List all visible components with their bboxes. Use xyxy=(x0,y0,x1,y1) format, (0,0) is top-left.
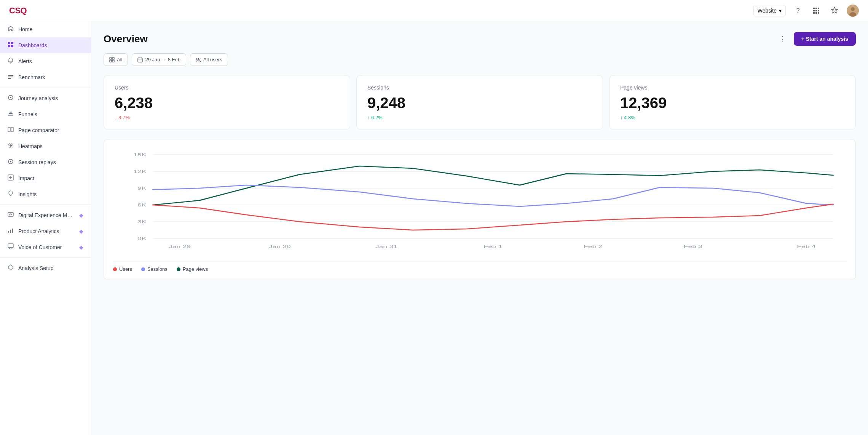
svg-rect-0 xyxy=(813,8,815,9)
svg-rect-25 xyxy=(11,127,13,132)
extension-icon[interactable] xyxy=(828,5,841,17)
svg-point-10 xyxy=(851,7,855,11)
sidebar-item-home[interactable]: Home xyxy=(0,21,91,37)
sidebar-item-heatmaps[interactable]: Heatmaps xyxy=(0,138,91,154)
svg-rect-17 xyxy=(8,77,13,77)
legend-dot-pageviews xyxy=(177,267,180,271)
svg-rect-15 xyxy=(11,45,13,47)
logo-text: CSQ xyxy=(9,6,27,16)
metric-card-sessions: Sessions 9,248 ↑ 6.2% xyxy=(356,75,603,130)
svg-rect-4 xyxy=(815,10,817,11)
metric-cards: Users 6,238 ↓ 3.7% Sessions 9,248 ↑ 6.2%… xyxy=(104,75,856,130)
avatar[interactable] xyxy=(847,5,859,17)
legend-pageviews: Page views xyxy=(177,266,208,272)
metric-label-users: Users xyxy=(115,85,339,91)
svg-text:Feb 2: Feb 2 xyxy=(584,244,602,249)
help-icon[interactable]: ? xyxy=(792,5,804,17)
website-selector[interactable]: Website ▾ xyxy=(753,5,786,16)
website-label: Website xyxy=(758,8,777,14)
start-analysis-button[interactable]: + Start an analysis xyxy=(794,32,856,46)
svg-text:Feb 4: Feb 4 xyxy=(797,244,816,249)
sidebar-label-heatmaps: Heatmaps xyxy=(18,143,43,149)
svg-text:Jan 29: Jan 29 xyxy=(169,244,191,249)
filter-users[interactable]: All users xyxy=(190,53,228,66)
sidebar-label-home: Home xyxy=(18,26,32,32)
sidebar-item-analysis-setup[interactable]: Analysis Setup xyxy=(0,260,91,276)
svg-rect-31 xyxy=(8,231,9,233)
sidebar-label-product-analytics: Product Analytics xyxy=(18,228,75,234)
sidebar-label-journey: Journey analysis xyxy=(18,95,58,101)
grid-icon[interactable] xyxy=(810,5,822,17)
sidebar-label-insights: Insights xyxy=(18,191,37,197)
sidebar-item-journey-analysis[interactable]: Journey analysis xyxy=(0,90,91,106)
sidebar-label-funnels: Funnels xyxy=(18,111,37,117)
impact-icon xyxy=(8,174,14,182)
svg-rect-39 xyxy=(138,58,142,62)
svg-rect-33 xyxy=(12,229,13,233)
svg-rect-18 xyxy=(8,78,11,79)
svg-rect-38 xyxy=(112,60,114,62)
legend-sessions: Sessions xyxy=(141,266,168,272)
metric-value-users: 6,238 xyxy=(115,94,339,112)
chevron-icon: ▾ xyxy=(779,8,782,14)
sidebar-item-benchmark[interactable]: Benchmark xyxy=(0,69,91,85)
svg-text:3K: 3K xyxy=(137,219,147,224)
home-icon xyxy=(8,26,14,33)
svg-text:Feb 3: Feb 3 xyxy=(684,244,703,249)
main-content: Overview ⋮ + Start an analysis All 29 Ja… xyxy=(91,21,868,435)
svg-rect-7 xyxy=(815,12,817,14)
sidebar-item-session-replays[interactable]: Session replays xyxy=(0,154,91,170)
sidebar-item-dashboards[interactable]: Dashboards xyxy=(0,37,91,53)
filter-users-label: All users xyxy=(203,57,222,62)
svg-text:6K: 6K xyxy=(137,203,147,207)
sidebar-label-benchmark: Benchmark xyxy=(18,74,45,80)
sidebar-item-dem[interactable]: Digital Experience Monitor... ◆ xyxy=(0,207,91,223)
svg-rect-6 xyxy=(813,12,815,14)
sidebar-divider-2 xyxy=(0,205,91,205)
svg-rect-8 xyxy=(818,12,819,14)
line-chart: 15K 12K 9K 6K 3K 0K Jan 29 Jan 30 Jan 31… xyxy=(113,147,846,254)
page-header: Overview ⋮ + Start an analysis xyxy=(104,32,856,46)
filter-date[interactable]: 29 Jan → 8 Feb xyxy=(132,53,186,66)
page-comparator-icon xyxy=(8,126,14,134)
svg-rect-13 xyxy=(11,42,13,44)
legend-label-users: Users xyxy=(119,266,132,272)
svg-point-11 xyxy=(849,12,856,17)
sidebar: Home Dashboards Alerts Benchmark Journe xyxy=(0,21,91,435)
svg-rect-32 xyxy=(10,230,11,233)
product-analytics-badge: ◆ xyxy=(79,228,83,234)
sidebar-divider-3 xyxy=(0,257,91,258)
heatmaps-icon xyxy=(8,142,14,150)
sidebar-label-voice-of-customer: Voice of Customer xyxy=(18,244,75,250)
svg-rect-3 xyxy=(813,10,815,11)
logo[interactable]: CSQ xyxy=(9,6,27,16)
metric-value-pageviews: 12,369 xyxy=(620,94,845,112)
sidebar-label-dashboards: Dashboards xyxy=(18,42,47,48)
sidebar-item-voice-of-customer[interactable]: Voice of Customer ◆ xyxy=(0,239,91,255)
legend-users: Users xyxy=(113,266,132,272)
sidebar-item-insights[interactable]: Insights xyxy=(0,186,91,202)
svg-text:Feb 1: Feb 1 xyxy=(483,244,502,249)
voice-of-customer-badge: ◆ xyxy=(79,244,83,250)
metric-label-sessions: Sessions xyxy=(367,85,592,91)
svg-point-20 xyxy=(10,97,11,98)
svg-rect-30 xyxy=(8,213,13,216)
sidebar-item-funnels[interactable]: Funnels xyxy=(0,106,91,122)
product-analytics-icon xyxy=(8,227,14,235)
sidebar-label-page-comparator: Page comparator xyxy=(18,127,59,133)
svg-rect-24 xyxy=(8,127,10,132)
dem-icon xyxy=(8,211,14,219)
sidebar-item-product-analytics[interactable]: Product Analytics ◆ xyxy=(0,223,91,239)
sidebar-divider-1 xyxy=(0,88,91,88)
metric-change-users: ↓ 3.7% xyxy=(115,115,339,120)
sidebar-item-alerts[interactable]: Alerts xyxy=(0,53,91,69)
svg-rect-12 xyxy=(8,42,10,44)
header-right: ⋮ + Start an analysis xyxy=(775,32,856,46)
more-button[interactable]: ⋮ xyxy=(775,33,789,45)
sidebar-item-page-comparator[interactable]: Page comparator xyxy=(0,122,91,138)
legend-label-pageviews: Page views xyxy=(183,266,208,272)
benchmark-icon xyxy=(8,74,14,81)
sidebar-item-impact[interactable]: Impact xyxy=(0,170,91,186)
svg-point-41 xyxy=(199,58,200,59)
filter-all[interactable]: All xyxy=(104,53,128,66)
